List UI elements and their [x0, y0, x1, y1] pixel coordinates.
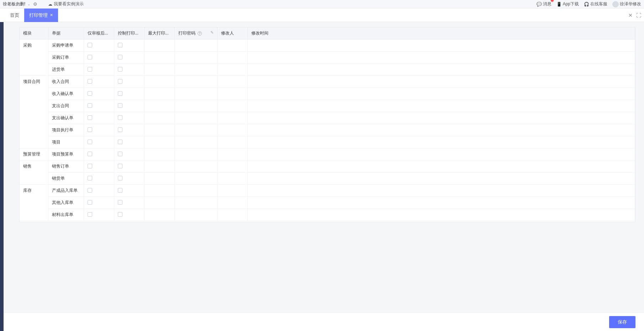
document-cell: 采购订单 — [48, 52, 84, 64]
print-password-cell — [174, 185, 217, 197]
print-password-cell — [174, 76, 217, 88]
modified-time-cell — [247, 64, 635, 76]
modified-time-cell — [247, 161, 635, 173]
modified-by-cell — [217, 173, 247, 185]
checkbox[interactable] — [88, 164, 92, 168]
checkbox[interactable] — [88, 67, 92, 72]
table-row: 销售销售订单 — [20, 161, 635, 173]
module-cell: 采购 — [20, 40, 48, 76]
col-module: 模块 — [20, 27, 48, 40]
topbar: 徐老板勿删! ⌄ ⚙ ☁ 我要看实例演示 💬 消息 📱 App下载 🎧 在线客服 — [0, 0, 644, 9]
customer-service-link[interactable]: 🎧 在线客服 — [584, 1, 607, 7]
table-row: 销货单 — [20, 173, 635, 185]
close-icon[interactable]: ✕ — [50, 13, 53, 17]
checkbox[interactable] — [88, 212, 92, 217]
checkbox[interactable] — [118, 103, 122, 108]
control-print-cell — [114, 52, 144, 64]
table-scroll[interactable]: 模块 单据 仅审核后... 控制打印... 最大打印... 打印密码 ? ✎ 修… — [20, 27, 635, 222]
checkbox[interactable] — [118, 115, 122, 120]
print-password-cell — [174, 209, 217, 221]
table-row: 库存产成品入库单 — [20, 185, 635, 197]
checkbox[interactable] — [88, 79, 92, 84]
max-print-cell — [144, 64, 174, 76]
tab-print-management[interactable]: 打印管理 ✕ — [24, 9, 58, 22]
checkbox[interactable] — [118, 176, 122, 180]
modified-time-cell — [247, 88, 635, 100]
close-all-icon[interactable]: ✕ — [628, 12, 633, 18]
modified-by-cell — [217, 209, 247, 221]
checkbox[interactable] — [118, 188, 122, 193]
print-password-cell — [174, 40, 217, 52]
max-print-cell — [144, 112, 174, 124]
checkbox[interactable] — [88, 127, 92, 132]
checkbox[interactable] — [88, 115, 92, 120]
document-cell: 进货单 — [48, 64, 84, 76]
checkbox[interactable] — [118, 79, 122, 84]
checkbox[interactable] — [118, 164, 122, 168]
edit-icon[interactable]: ✎ — [210, 30, 214, 35]
user-menu[interactable]: 徐泽华修改 — [612, 1, 641, 7]
footer-bar: 保存 — [4, 312, 644, 331]
org-selector[interactable]: 徐老板勿删! ⌄ — [3, 1, 30, 7]
table-row: 采购订单 — [20, 52, 635, 64]
modified-time-cell — [247, 40, 635, 52]
max-print-cell — [144, 76, 174, 88]
checkbox[interactable] — [88, 176, 92, 180]
org-name: 徐老板勿删! — [3, 1, 25, 7]
checkbox[interactable] — [118, 152, 122, 156]
messages-link[interactable]: 💬 消息 — [536, 1, 551, 7]
checkbox[interactable] — [118, 127, 122, 132]
max-print-cell — [144, 40, 174, 52]
table-row: 进货单 — [20, 64, 635, 76]
tab-print-management-label: 打印管理 — [29, 12, 48, 19]
table-row: 其他入库单 — [20, 197, 635, 209]
checkbox[interactable] — [88, 188, 92, 193]
document-cell: 项目预算单 — [48, 148, 84, 161]
print-password-cell — [174, 100, 217, 112]
audit-only-cell — [84, 88, 114, 100]
tab-home[interactable]: 首页 — [5, 9, 24, 22]
message-icon: 💬 — [536, 2, 542, 7]
checkbox[interactable] — [118, 43, 122, 47]
content-area: 模块 单据 仅审核后... 控制打印... 最大打印... 打印密码 ? ✎ 修… — [0, 22, 644, 331]
modified-time-cell — [247, 209, 635, 221]
audit-only-cell — [84, 185, 114, 197]
audit-only-cell — [84, 197, 114, 209]
messages-label: 消息 — [543, 1, 551, 7]
control-print-cell — [114, 209, 144, 221]
save-button[interactable]: 保存 — [609, 316, 635, 328]
modified-by-cell — [217, 76, 247, 88]
modified-time-cell — [247, 76, 635, 88]
col-audit-only: 仅审核后... — [84, 27, 114, 40]
table-row: 收入确认单 — [20, 88, 635, 100]
fullscreen-icon[interactable]: ⛶ — [636, 12, 641, 18]
document-cell: 支出确认单 — [48, 112, 84, 124]
control-print-cell — [114, 136, 144, 148]
app-download-link[interactable]: 📱 App下载 — [556, 1, 579, 7]
checkbox[interactable] — [88, 91, 92, 96]
checkbox[interactable] — [118, 200, 122, 205]
document-cell: 材料出库单 — [48, 209, 84, 221]
control-print-cell — [114, 161, 144, 173]
checkbox[interactable] — [88, 55, 92, 59]
checkbox[interactable] — [88, 140, 92, 144]
checkbox[interactable] — [88, 103, 92, 108]
checkbox[interactable] — [88, 200, 92, 205]
max-print-cell — [144, 197, 174, 209]
checkbox[interactable] — [118, 67, 122, 72]
document-cell: 产成品入库单 — [48, 185, 84, 197]
checkbox[interactable] — [118, 212, 122, 217]
checkbox[interactable] — [118, 91, 122, 96]
audit-only-cell — [84, 40, 114, 52]
checkbox[interactable] — [118, 140, 122, 144]
audit-only-cell — [84, 124, 114, 136]
checkbox[interactable] — [88, 43, 92, 47]
demo-link[interactable]: ☁ 我要看实例演示 — [48, 1, 84, 7]
gear-icon[interactable]: ⚙ — [33, 1, 37, 7]
print-password-cell — [174, 136, 217, 148]
checkbox[interactable] — [88, 152, 92, 156]
modified-by-cell — [217, 185, 247, 197]
checkbox[interactable] — [118, 55, 122, 59]
help-icon[interactable]: ? — [198, 31, 202, 36]
document-cell: 支出合同 — [48, 100, 84, 112]
